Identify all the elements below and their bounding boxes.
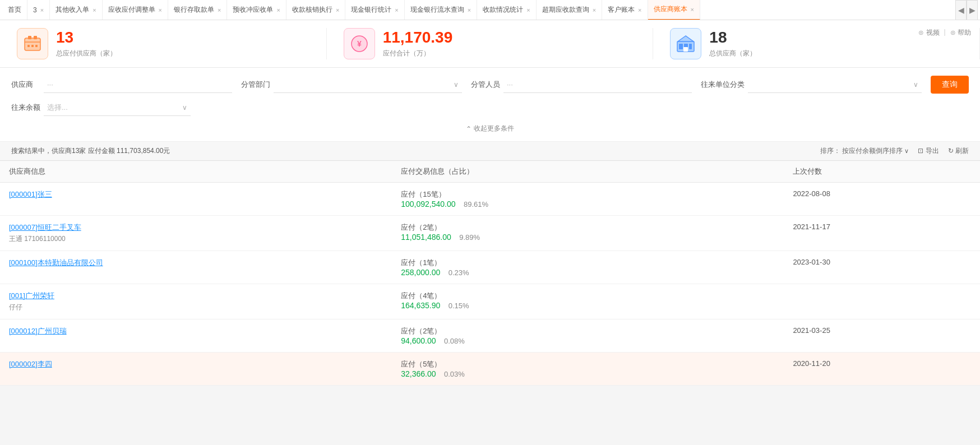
svg-marker-13 <box>678 36 694 41</box>
nav-tab-home[interactable]: 首页 <box>2 0 27 20</box>
close-icon[interactable]: × <box>40 7 44 13</box>
last-payment-date: 2020-11-20 <box>793 359 830 368</box>
table-row: [000002]李四 应付（5笔） 32,366.00 0.03% 2020-1… <box>0 353 980 386</box>
supplier-link[interactable]: [000001]张三 <box>9 190 52 198</box>
payable-label: 应付（15笔） <box>401 190 445 198</box>
supplier-link[interactable]: [000002]李四 <box>9 360 52 368</box>
amount-info: 应付（1笔） 258,000.00 0.23% <box>401 258 775 277</box>
query-button[interactable]: 查询 <box>931 76 969 94</box>
nav-tab-3[interactable]: 3 × <box>27 0 50 20</box>
dept-select[interactable]: ∨ <box>274 76 462 93</box>
supplier-link[interactable]: [000007]恒旺二手叉车 <box>9 223 81 231</box>
nav-tab-collect-stat[interactable]: 收款情况统计 × <box>477 0 536 20</box>
payable-label: 应付（1笔） <box>401 258 441 267</box>
nav-tab-payable-adjust[interactable]: 应收应付调整单 × <box>103 0 168 20</box>
video-link[interactable]: ⊙ 视频 <box>918 28 939 38</box>
chevron-down-icon: ∨ <box>913 81 918 89</box>
nav-tab-other-income[interactable]: 其他收入单 × <box>50 0 102 20</box>
tab-label: 超期应收款查询 <box>542 5 589 15</box>
nav-tab-cash-bank-flow[interactable]: 现金银行流水查询 × <box>405 0 477 20</box>
top-navigation: 首页 3 × 其他收入单 × 应收应付调整单 × 银行存取款单 × 预收冲应收单… <box>0 0 980 20</box>
supplier-link[interactable]: [001]广州荣轩 <box>9 291 54 300</box>
svg-rect-6 <box>35 45 38 47</box>
filter-dept: 分管部门 ∨ <box>241 76 462 93</box>
supplier-contact: 仔仔 <box>9 303 383 312</box>
payable-amount[interactable]: 100,092,540.00 <box>401 200 455 208</box>
close-icon[interactable]: × <box>691 6 694 13</box>
payable-cell: 应付（2笔） 11,051,486.00 9.89% <box>392 216 784 251</box>
last-payment-date: 2022-08-08 <box>793 189 830 198</box>
nav-tab-advance-collect[interactable]: 预收冲应收单 × <box>227 0 286 20</box>
tab-label: 现金银行统计 <box>351 5 391 15</box>
amount-info: 应付（2笔） 11,051,486.00 9.89% <box>401 222 775 242</box>
close-icon[interactable]: × <box>395 7 398 13</box>
filter-balance: 往来余额 选择... ∨ <box>11 99 191 116</box>
sort-value[interactable]: 按应付余额倒序排序 <box>842 147 903 155</box>
payable-amount[interactable]: 164,635.90 <box>401 301 440 310</box>
nav-tab-collect-verify[interactable]: 收款核销执行 × <box>286 0 345 20</box>
filter-row-2: 往来余额 选择... ∨ <box>11 99 969 116</box>
nav-arrow-right[interactable]: ▶ <box>967 0 978 20</box>
supplier-label: 供应商 <box>11 80 40 90</box>
person-input[interactable]: ··· <box>503 76 692 93</box>
payable-suppliers-number: 13 <box>56 29 117 47</box>
filter-supplier: 供应商 ··· <box>11 76 232 93</box>
payable-cell: 应付（2笔） 94,600.00 0.08% <box>392 319 784 353</box>
payable-cell: 应付（15笔） 100,092,540.00 89.61% <box>392 183 784 216</box>
collapse-label: 收起更多条件 <box>474 124 514 133</box>
close-icon[interactable]: × <box>336 7 339 13</box>
chevron-down-icon: ∨ <box>454 81 459 89</box>
close-icon[interactable]: × <box>159 7 162 13</box>
result-summary: 搜索结果中，供应商13家 应付金额 111,703,854.00元 <box>11 146 170 156</box>
close-icon[interactable]: × <box>218 7 221 13</box>
category-select[interactable]: ∨ <box>748 76 922 93</box>
table-row: [000001]张三 应付（15笔） 100,092,540.00 89.61%… <box>0 183 980 216</box>
payable-total-label: 应付合计（万） <box>383 49 453 58</box>
tab-label: 收款核销执行 <box>292 5 332 15</box>
nav-tab-supplier-account[interactable]: 供应商账本 × <box>648 0 700 20</box>
person-dots: ··· <box>507 80 513 89</box>
supplier-cell: [000012]广州贝瑞 <box>0 319 392 353</box>
supplier-cell: [000002]李四 <box>0 353 392 386</box>
supplier-link[interactable]: [000100]本特勤油品有限公司 <box>9 258 103 267</box>
nav-arrow-left[interactable]: ◀ <box>955 0 967 20</box>
nav-scroll-arrows: ◀ ▶ <box>955 0 978 20</box>
payable-amount[interactable]: 258,000.00 <box>401 268 440 277</box>
export-button[interactable]: ⊡ 导出 <box>918 146 939 156</box>
last-payment-cell: 2021-03-25 <box>784 319 980 353</box>
payable-percent: 89.61% <box>464 200 488 208</box>
close-icon[interactable]: × <box>276 7 280 13</box>
refresh-icon: ↻ <box>948 147 954 155</box>
last-payment-cell: 2021-11-17 <box>784 216 980 251</box>
help-link[interactable]: ⊙ 帮助 <box>950 28 971 38</box>
nav-tab-customer-account[interactable]: 客户账本 × <box>602 0 648 20</box>
col-payable-info: 应付交易信息（占比） <box>392 161 784 183</box>
payable-amount[interactable]: 11,051,486.00 <box>401 233 451 242</box>
nav-tab-cash-bank-stat[interactable]: 现金银行统计 × <box>345 0 404 20</box>
close-icon[interactable]: × <box>593 7 596 13</box>
payable-label: 应付（2笔） <box>401 327 441 335</box>
payable-label: 应付（2笔） <box>401 223 441 231</box>
close-icon[interactable]: × <box>93 7 96 13</box>
collapse-more-conditions[interactable]: ⌃ 收起更多条件 <box>11 122 969 136</box>
payable-cell: 应付（4笔） 164,635.90 0.15% <box>392 284 784 319</box>
last-payment-date: 2021-03-25 <box>793 326 830 335</box>
supplier-link[interactable]: [000012]广州贝瑞 <box>9 327 67 335</box>
balance-label: 往来余额 <box>11 103 40 113</box>
balance-select[interactable]: 选择... ∨ <box>44 99 191 116</box>
close-icon[interactable]: × <box>638 7 641 13</box>
supplier-input[interactable]: ··· <box>44 76 232 93</box>
payable-percent: 0.08% <box>444 337 465 345</box>
payable-suppliers-icon <box>17 28 48 59</box>
filter-category: 往来单位分类 ∨ <box>701 76 922 93</box>
nav-tab-overdue-collect[interactable]: 超期应收款查询 × <box>537 0 602 20</box>
close-icon[interactable]: × <box>468 7 471 13</box>
payable-total-icon: ¥ <box>344 28 375 59</box>
result-bar: 搜索结果中，供应商13家 应付金额 111,703,854.00元 排序： 按应… <box>0 142 980 161</box>
refresh-button[interactable]: ↻ 刷新 <box>948 146 969 156</box>
close-icon[interactable]: × <box>526 7 530 13</box>
nav-tab-bank-deposit[interactable]: 银行存取款单 × <box>168 0 227 20</box>
payable-amount[interactable]: 32,366.00 <box>401 369 436 378</box>
supplier-cell: [001]广州荣轩仔仔 <box>0 284 392 319</box>
payable-amount[interactable]: 94,600.00 <box>401 336 436 345</box>
